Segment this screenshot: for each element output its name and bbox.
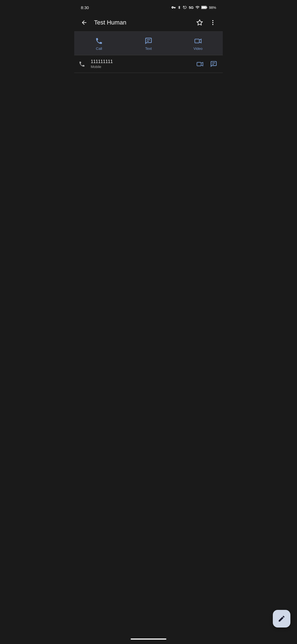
back-button[interactable] [79, 17, 90, 28]
svg-marker-3 [197, 20, 202, 25]
svg-rect-1 [207, 7, 207, 8]
svg-point-4 [212, 20, 213, 21]
call-label: Call [96, 47, 102, 51]
bluetooth-icon [177, 5, 181, 10]
call-action-button[interactable]: Call [74, 36, 124, 52]
main-content [74, 73, 223, 266]
favorite-button[interactable] [194, 17, 205, 28]
svg-point-5 [212, 22, 213, 23]
svg-rect-2 [202, 6, 206, 9]
text-label: Text [145, 47, 152, 51]
contact-phone-number: 111111111 [91, 59, 190, 64]
contact-phone-type: Mobile [91, 65, 190, 69]
battery-percent: 98% [209, 6, 216, 10]
video-icon [194, 37, 202, 45]
contact-row: 111111111 Mobile [74, 55, 223, 73]
status-bar: 8:30 5G 98% [74, 0, 223, 14]
phone-row-icon [79, 61, 85, 67]
sms-icon [210, 61, 217, 68]
svg-rect-8 [197, 62, 201, 66]
video-label: Video [193, 47, 202, 51]
action-bar: Call Text Video [74, 32, 223, 55]
contact-row-actions [195, 59, 218, 69]
contact-info: 111111111 Mobile [91, 59, 190, 69]
vpn-key-icon [171, 5, 176, 10]
alarm-off-icon [183, 5, 187, 10]
svg-rect-7 [195, 39, 199, 43]
page-title: Test Human [94, 19, 190, 26]
status-time: 8:30 [81, 5, 89, 10]
call-icon [95, 37, 103, 45]
video-call-button[interactable] [195, 59, 205, 69]
battery-icon [201, 6, 207, 9]
video-action-button[interactable]: Video [173, 36, 223, 52]
sms-button[interactable] [209, 59, 218, 69]
app-bar: Test Human [74, 14, 223, 31]
app-bar-actions [194, 17, 218, 28]
status-icons: 5G 98% [171, 5, 216, 10]
video-call-icon [196, 61, 204, 68]
more-options-button[interactable] [207, 17, 218, 28]
text-icon [145, 37, 152, 45]
svg-point-6 [212, 24, 213, 25]
signal-icon [195, 5, 200, 10]
5g-indicator: 5G [189, 6, 194, 10]
text-action-button[interactable]: Text [124, 36, 173, 52]
